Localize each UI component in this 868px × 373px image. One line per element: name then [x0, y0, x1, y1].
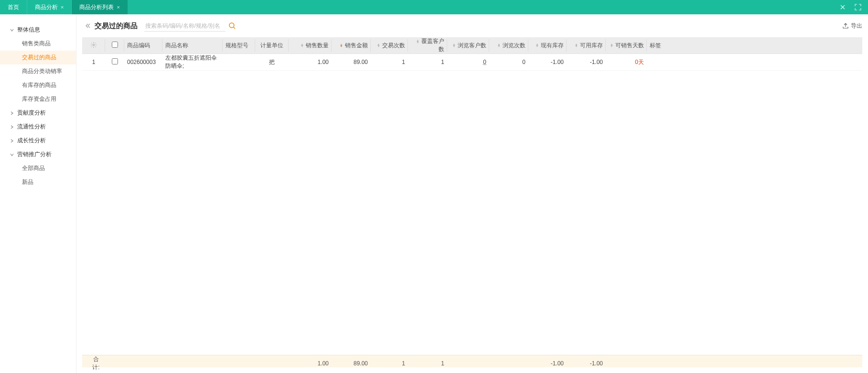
sidebar-item[interactable]: 商品分类动销率	[0, 64, 76, 78]
column-label: 销售数量	[306, 42, 329, 49]
search-input[interactable]	[144, 20, 225, 32]
collapse-sidebar-icon[interactable]	[82, 22, 93, 29]
sidebar-group[interactable]: 营销推广分析	[0, 148, 76, 161]
chevron-right-icon	[10, 125, 14, 129]
column-label: 可用库存	[580, 42, 603, 49]
cell-gear: 1	[82, 54, 105, 71]
column-label: 标签	[650, 42, 661, 49]
tab-label: 商品分析列表	[79, 3, 114, 11]
column-header-avail[interactable]: ▲▼可用库存	[567, 37, 606, 54]
cell-code: 002600003	[124, 54, 162, 71]
footer-cell-qty: 1.00	[289, 360, 332, 367]
column-header-txn[interactable]: ▲▼交易次数	[371, 37, 408, 54]
column-label: 交易次数	[382, 42, 405, 49]
chevron-down-icon	[10, 28, 14, 32]
column-header-views[interactable]: ▲▼浏览次数	[489, 37, 528, 54]
tab-product-analysis-list[interactable]: 商品分析列表 ×	[72, 0, 128, 14]
column-header-unit: 计量单位	[255, 37, 289, 54]
column-header-amount[interactable]: ▲▼销售金额	[332, 37, 371, 54]
column-header-chk	[105, 37, 124, 54]
footer-cell-stock: -1.00	[528, 360, 567, 367]
sidebar-item[interactable]: 有库存的商品	[0, 78, 76, 92]
content-header: 交易过的商品 导出	[76, 14, 868, 37]
fullscreen-icon[interactable]	[854, 3, 862, 11]
sidebar-group[interactable]: 整体信息	[0, 23, 76, 37]
cell-viewcust: 0	[447, 54, 489, 71]
sort-icon[interactable]: ▲▼	[377, 43, 380, 47]
sidebar-item[interactable]: 库存资金占用	[0, 92, 76, 106]
sidebar-item[interactable]: 全部商品	[0, 161, 76, 175]
table-row[interactable]: 1002600003左都胶囊五折遮阳伞防晒伞;把1.0089.001100-1.…	[82, 54, 862, 71]
column-header-code: 商品编码	[124, 37, 162, 54]
column-header-cust[interactable]: ▲▼覆盖客户数	[408, 37, 447, 54]
cell-views: 0	[489, 54, 528, 71]
sidebar-group-label: 整体信息	[17, 26, 40, 34]
sidebar: 整体信息销售类商品交易过的商品商品分类动销率有库存的商品库存资金占用贡献度分析流…	[0, 14, 76, 373]
tab-home[interactable]: 首页	[0, 0, 27, 14]
cell-days: 0天	[606, 54, 647, 71]
data-table: 商品编码商品名称规格型号计量单位▲▼销售数量▲▼销售金额▲▼交易次数▲▼覆盖客户…	[82, 37, 862, 71]
sort-icon[interactable]: ▲▼	[340, 43, 343, 47]
tab-product-analysis[interactable]: 商品分析 ×	[27, 0, 72, 14]
column-header-viewcust[interactable]: ▲▼浏览客户数	[447, 37, 489, 54]
column-label: 浏览次数	[503, 42, 525, 49]
cell-chk[interactable]	[105, 54, 124, 71]
chevron-right-icon	[10, 111, 14, 115]
close-icon[interactable]: ×	[61, 4, 64, 10]
sidebar-item[interactable]: 交易过的商品	[0, 51, 76, 64]
column-label: 规格型号	[225, 42, 248, 49]
column-label: 商品编码	[127, 42, 150, 49]
topbar-actions	[838, 0, 865, 14]
column-label: 覆盖客户数	[421, 38, 444, 53]
column-label: 可销售天数	[615, 42, 644, 49]
column-header-gear	[82, 37, 105, 54]
cell-avail: -1.00	[567, 54, 606, 71]
sidebar-group[interactable]: 贡献度分析	[0, 106, 76, 120]
sort-icon[interactable]: ▲▼	[416, 40, 419, 43]
content: 交易过的商品 导出 商品编码商品名称规格型号计量单位▲▼销售数量▲▼销售金额▲▼…	[76, 14, 868, 373]
footer-cell-avail: -1.00	[567, 360, 606, 367]
sort-icon[interactable]: ▲▼	[610, 43, 613, 47]
chevron-right-icon	[10, 139, 14, 143]
column-header-stock[interactable]: ▲▼现有库存	[528, 37, 567, 54]
sidebar-group[interactable]: 流通性分析	[0, 120, 76, 134]
tab-label: 首页	[8, 3, 19, 11]
cell-name: 左都胶囊五折遮阳伞防晒伞;	[162, 54, 223, 71]
sort-icon[interactable]: ▲▼	[575, 43, 578, 47]
export-button[interactable]: 导出	[842, 22, 862, 30]
sort-icon[interactable]: ▲▼	[497, 43, 501, 47]
close-all-icon[interactable]	[838, 3, 847, 11]
close-icon[interactable]: ×	[117, 4, 119, 10]
sidebar-group-label: 营销推广分析	[17, 150, 52, 159]
sidebar-group-label: 流通性分析	[17, 123, 46, 131]
table-footer: 合计:1.0089.0011-1.00-1.00	[82, 355, 862, 367]
search-wrap	[144, 20, 236, 32]
cell-stock: -1.00	[528, 54, 567, 71]
search-icon[interactable]	[228, 22, 236, 30]
gear-icon[interactable]	[90, 41, 97, 49]
column-header-qty[interactable]: ▲▼销售数量	[289, 37, 332, 54]
sort-icon[interactable]: ▲▼	[300, 43, 304, 47]
cell-unit: 把	[255, 54, 289, 71]
column-label: 现有库存	[541, 42, 564, 49]
column-label: 浏览客户数	[458, 42, 486, 49]
cell-spec	[223, 54, 255, 71]
sort-icon[interactable]: ▲▼	[452, 43, 456, 47]
sidebar-item[interactable]: 新品	[0, 175, 76, 189]
footer-cell-cust: 1	[408, 360, 447, 367]
cell-tags	[647, 54, 862, 71]
sort-icon[interactable]: ▲▼	[536, 43, 539, 47]
tab-label: 商品分析	[35, 3, 58, 11]
sidebar-item[interactable]: 销售类商品	[0, 37, 76, 51]
column-label: 商品名称	[165, 42, 188, 49]
column-header-days[interactable]: ▲▼可销售天数	[606, 37, 647, 54]
svg-point-0	[229, 23, 234, 28]
sidebar-group[interactable]: 成长性分析	[0, 134, 76, 148]
cell-txn: 1	[371, 54, 408, 71]
svg-point-1	[93, 44, 95, 46]
column-label: 计量单位	[260, 42, 283, 49]
sidebar-group-label: 成长性分析	[17, 137, 46, 145]
select-all-checkbox[interactable]	[112, 42, 118, 48]
row-checkbox[interactable]	[112, 58, 118, 64]
column-header-name: 商品名称	[162, 37, 223, 54]
